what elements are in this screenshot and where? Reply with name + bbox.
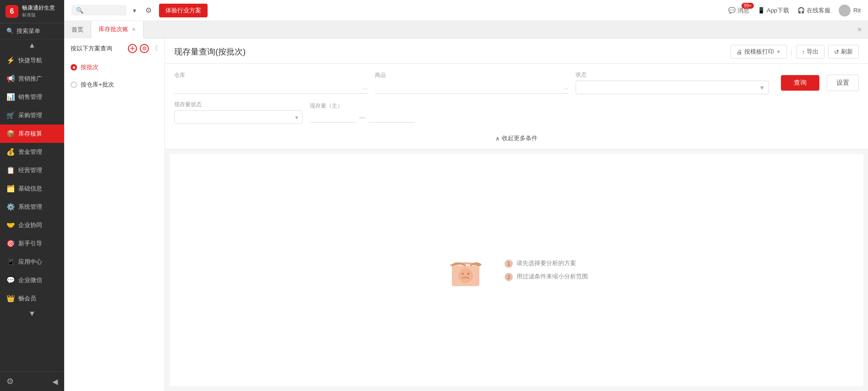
scroll-down-btn[interactable]: ▼: [0, 308, 64, 320]
left-panel-title: 按以下方案查询: [71, 44, 112, 53]
system-icon: ⚙️: [6, 203, 15, 211]
empty-text: 1 请先选择要分析的方案 2 用过滤条件来缩小分析范围: [505, 259, 588, 281]
quick-nav-icon: ⚡: [6, 56, 15, 65]
sidebar-logo: 6 畅康通好生意 标准版: [0, 0, 64, 23]
add-scheme-btn[interactable]: +: [128, 44, 137, 53]
sidebar-item-newbie[interactable]: 🎯 新手引导: [0, 234, 64, 253]
empty-step-2-label: 用过滤条件来缩小分析范围: [516, 272, 588, 281]
customer-service-icon: 🎧: [797, 7, 805, 14]
sidebar-settings-btn[interactable]: ⚙: [6, 376, 14, 386]
inventory-qty-filter: 现存量（主） —: [310, 102, 447, 123]
sidebar-item-label: 销售管理: [18, 93, 42, 101]
sidebar-item-label: 企业协同: [18, 221, 42, 229]
sidebar-item-apps[interactable]: 📱 应用中心: [0, 253, 64, 271]
sales-icon: 📊: [6, 93, 15, 101]
sidebar-item-member[interactable]: 👑 畅会员: [0, 289, 64, 308]
filter-row-2: 现存量状态 ▾ 现存量（主） —: [174, 101, 859, 124]
messages-badge: 99+: [742, 3, 754, 9]
sidebar-item-basics[interactable]: 🗂️ 基础信息: [0, 179, 64, 198]
app-download-btn[interactable]: 📱 App下载: [758, 6, 789, 15]
topbar-right: 💬 消息 99+ 📱 App下载 🎧 在线客服 Rit: [728, 5, 861, 16]
print-btn[interactable]: 🖨 按模板打印 ▼: [731, 45, 787, 59]
sidebar-item-label: 应用中心: [18, 258, 42, 266]
sidebar-footer: ⚙ ◀: [0, 371, 64, 391]
app-download-icon: 📱: [758, 7, 765, 14]
left-panel-list: 按批次 按仓库+批次: [64, 57, 165, 95]
topbar-trial-btn[interactable]: 体验行业方案: [159, 4, 208, 17]
page-content: 按以下方案查询 + ⚙ 《 按批次 按仓库+批次: [64, 38, 868, 391]
left-panel-item-batch[interactable]: 按批次: [64, 59, 165, 76]
apps-icon: 📱: [6, 258, 15, 266]
step-badge-1: 1: [505, 260, 513, 268]
sidebar-item-sales[interactable]: 📊 销售管理: [0, 88, 64, 106]
app-version: 标准版: [22, 12, 55, 18]
left-panel-header: 按以下方案查询 + ⚙ 《: [64, 38, 165, 57]
scroll-up-btn[interactable]: ▲: [0, 39, 64, 51]
sidebar-item-inventory[interactable]: 📦 库存核算: [0, 125, 64, 143]
tab-close-right-btn[interactable]: ×: [851, 26, 868, 34]
product-label: 商品: [375, 71, 568, 79]
sidebar-item-quick-nav[interactable]: ⚡ 快捷导航: [0, 51, 64, 70]
query-btn[interactable]: 查询: [781, 75, 819, 91]
sidebar-item-label: 新手引导: [18, 239, 42, 248]
wechat-icon: 💬: [6, 276, 15, 284]
sidebar-search[interactable]: 🔍 搜索菜单: [0, 23, 64, 39]
warehouse-label: 仓库: [174, 71, 368, 79]
sidebar-item-label: 畅会员: [18, 294, 36, 303]
refresh-icon: ↺: [834, 49, 839, 55]
tab-close-btn[interactable]: ×: [132, 26, 136, 33]
product-input[interactable]: ...: [375, 81, 568, 94]
sidebar-item-finance[interactable]: 💰 资金管理: [0, 143, 64, 161]
sidebar-item-label: 基础信息: [18, 185, 42, 193]
sidebar-item-marketing[interactable]: 📢 营销推广: [0, 70, 64, 88]
scheme-settings-btn[interactable]: ⚙: [140, 44, 149, 53]
product-dots: ...: [564, 84, 568, 91]
messages-icon: 💬: [728, 7, 736, 14]
topbar-dropdown-btn[interactable]: ▾: [131, 6, 138, 15]
page-header: 现存量查询(按批次) 🖨 按模板打印 ▼ | ↑ 导出 ↺ 刷新: [165, 38, 868, 64]
sidebar-item-operations[interactable]: 📋 经营管理: [0, 161, 64, 179]
topbar-search-box[interactable]: 🔍: [71, 5, 126, 16]
sidebar-item-enterprise[interactable]: 🤝 企业协同: [0, 216, 64, 234]
empty-illustration: [445, 247, 491, 293]
tab-inventory-batch[interactable]: 库存批次账 ×: [91, 21, 143, 38]
inventory-qty-min-input[interactable]: [310, 112, 356, 123]
print-dropdown-icon: ▼: [776, 49, 781, 54]
tab-inventory-batch-label: 库存批次账: [99, 25, 128, 33]
export-btn[interactable]: ↑ 导出: [796, 45, 825, 59]
customer-service-btn[interactable]: 🎧 在线客服: [797, 6, 830, 15]
empty-state: 1 请先选择要分析的方案 2 用过滤条件来缩小分析范围: [170, 154, 863, 386]
collapse-icon: ∧: [495, 135, 500, 142]
left-panel-collapse-btn[interactable]: 《: [152, 44, 158, 53]
sidebar-collapse-btn[interactable]: ◀: [52, 377, 58, 386]
sidebar-item-system[interactable]: ⚙️ 系统管理: [0, 198, 64, 216]
collapse-more-btn[interactable]: ∧ 收起更多条件: [174, 130, 859, 144]
empty-step-1: 1 请先选择要分析的方案: [505, 259, 588, 268]
inventory-qty-max-input[interactable]: [369, 112, 415, 123]
warehouse-filter: 仓库 ...: [174, 71, 368, 94]
refresh-btn[interactable]: ↺ 刷新: [828, 45, 859, 59]
user-profile-btn[interactable]: Rit: [839, 5, 861, 16]
topbar-gear-btn[interactable]: ⚙: [143, 5, 154, 16]
page-title: 现存量查询(按批次): [174, 46, 246, 57]
sidebar-item-label: 资金管理: [18, 148, 42, 156]
warehouse-input[interactable]: ...: [174, 81, 368, 94]
inventory-status-select[interactable]: ▾: [174, 110, 302, 124]
sidebar-item-wechat[interactable]: 💬 企业微信: [0, 271, 64, 289]
inventory-qty-dash: —: [359, 114, 365, 121]
sidebar-item-purchase[interactable]: 🛒 采购管理: [0, 106, 64, 125]
sidebar-nav: ▲ ⚡ 快捷导航 📢 营销推广 📊 销售管理 🛒 采购管理 📦 库存核算 💰 资…: [0, 39, 64, 371]
sidebar-item-label: 库存核算: [18, 130, 42, 138]
enterprise-icon: 🤝: [6, 221, 15, 229]
purchase-icon: 🛒: [6, 111, 15, 119]
status-dropdown-icon: ▼: [759, 84, 765, 91]
tab-home[interactable]: 首页: [64, 21, 91, 38]
step-badge-2: 2: [505, 273, 513, 281]
topbar-search-icon: 🔍: [76, 7, 83, 14]
basics-icon: 🗂️: [6, 185, 15, 193]
messages-btn[interactable]: 💬 消息 99+: [728, 6, 749, 15]
left-panel-item-warehouse-batch[interactable]: 按仓库+批次: [64, 76, 165, 93]
settings-btn[interactable]: 设置: [827, 75, 859, 91]
newbie-icon: 🎯: [6, 239, 15, 248]
status-select[interactable]: ▼: [576, 81, 769, 94]
